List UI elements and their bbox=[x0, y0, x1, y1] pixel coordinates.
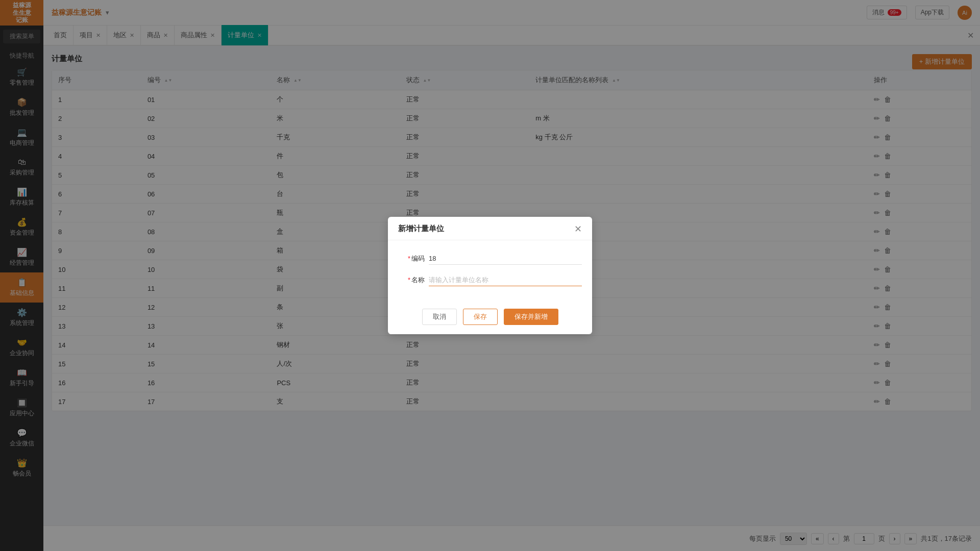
modal-body: *编码 *名称 bbox=[388, 240, 592, 304]
name-form-row: *名称 bbox=[398, 274, 582, 286]
modal-title: 新增计量单位 bbox=[398, 224, 444, 234]
code-required-star: * bbox=[408, 255, 410, 262]
name-label: *名称 bbox=[398, 276, 429, 285]
code-input[interactable] bbox=[429, 253, 582, 265]
modal-close-button[interactable]: ✕ bbox=[574, 224, 582, 234]
cancel-button[interactable]: 取消 bbox=[422, 309, 457, 325]
code-form-row: *编码 bbox=[398, 253, 582, 265]
save-and-new-button[interactable]: 保存并新增 bbox=[504, 309, 558, 325]
modal-header: 新增计量单位 ✕ bbox=[388, 217, 592, 240]
modal-overlay: 新增计量单位 ✕ *编码 *名称 取消 保存 保存并新增 bbox=[0, 0, 980, 551]
name-required-star: * bbox=[408, 276, 410, 284]
code-label: *编码 bbox=[398, 254, 429, 263]
save-button[interactable]: 保存 bbox=[463, 309, 498, 325]
modal-footer: 取消 保存 保存并新增 bbox=[388, 304, 592, 334]
add-unit-modal: 新增计量单位 ✕ *编码 *名称 取消 保存 保存并新增 bbox=[388, 217, 592, 334]
name-input[interactable] bbox=[429, 274, 582, 286]
